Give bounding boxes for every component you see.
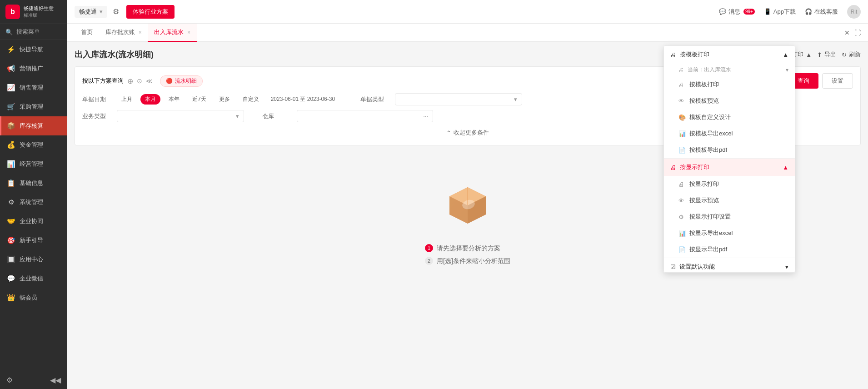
date-more-btn[interactable]: 更多 — [215, 94, 234, 105]
sidebar-item-guide[interactable]: 🎯 新手引导 — [0, 231, 67, 250]
template-preview-item[interactable]: 👁 按模板预览 — [664, 93, 795, 109]
sidebar-item-quick-nav[interactable]: ⚡ 快捷导航 — [0, 40, 67, 59]
sidebar-item-app-center[interactable]: 🔲 应用中心 — [0, 250, 67, 269]
collapse-conditions-btn[interactable]: ⌃ 收起更多条件 — [446, 127, 489, 139]
messages-label: 消息 — [728, 8, 740, 16]
filter-setting-btn[interactable]: ⊙ — [137, 77, 142, 85]
inventory-icon: 📦 — [7, 122, 15, 130]
business-type-select[interactable]: ▾ — [117, 110, 244, 122]
try-industry-btn[interactable]: 体验行业方案 — [126, 5, 175, 19]
tab-inout-flow[interactable]: 出入库流水 × — [148, 24, 196, 42]
sidebar-item-operations[interactable]: 📊 经营管理 — [0, 155, 67, 174]
tab-home[interactable]: 首页 — [75, 24, 99, 42]
system-icon: ⚙ — [7, 198, 15, 206]
sidebar-item-wechat[interactable]: 💬 企业微信 — [0, 269, 67, 288]
messages-badge: 99+ — [743, 9, 755, 15]
date-custom-btn[interactable]: 自定义 — [238, 94, 264, 105]
setup-btn[interactable]: 设置 — [822, 73, 853, 89]
template-print-header[interactable]: 🖨 按模板打印 ▲ — [664, 46, 795, 63]
sidebar-item-finance[interactable]: 💰 资金管理 — [0, 135, 67, 155]
filter-add-btn[interactable]: ⊕ — [127, 77, 133, 85]
sidebar-item-label: 快捷导航 — [20, 45, 43, 54]
online-service-action[interactable]: 🎧 在线客服 — [805, 8, 838, 16]
sidebar-nav: ⚡ 快捷导航 📢 营销推广 📈 销售管理 🛒 采购管理 📦 库存核算 💰 资金管… — [0, 40, 67, 371]
app-center-icon: 🔲 — [7, 255, 15, 264]
sidebar-item-sales[interactable]: 📈 销售管理 — [0, 78, 67, 97]
template-print-item[interactable]: 🖨 按模板打印 — [664, 76, 795, 93]
filter-tag-icon: 🔴 — [166, 78, 173, 84]
type-select-arrow: ▾ — [514, 96, 517, 103]
sidebar-logo: b 畅捷通好生意 标准版 — [0, 0, 67, 24]
sidebar-item-cooperation[interactable]: 🤝 企业协同 — [0, 212, 67, 231]
sidebar-item-system[interactable]: ⚙ 系统管理 — [0, 193, 67, 212]
display-print-settings-label: 按显示打印设置 — [689, 213, 731, 221]
messages-action[interactable]: 💬 消息 99+ — [719, 8, 755, 16]
display-print-settings-item[interactable]: ⚙ 按显示打印设置 — [664, 209, 795, 225]
date-filter-label: 单据日期 — [82, 95, 110, 104]
sales-icon: 📈 — [7, 84, 15, 92]
date-current-year-btn[interactable]: 本年 — [164, 94, 184, 105]
display-settings-icon: ⚙ — [678, 214, 686, 220]
export-icon: ⬆ — [817, 51, 822, 58]
avatar: Rit — [847, 5, 861, 19]
wechat-icon: 💬 — [7, 274, 15, 283]
message-icon: 💬 — [719, 8, 726, 15]
date-current-month-btn[interactable]: 本月 — [140, 94, 160, 105]
display-section-arrow: ▲ — [783, 164, 788, 171]
sidebar-item-marketing[interactable]: 📢 营销推广 — [0, 59, 67, 78]
type-select[interactable]: ▾ — [395, 93, 522, 105]
collapse-sidebar-icon[interactable]: ◀◀ — [50, 376, 61, 384]
tab-inout-flow-close[interactable]: × — [187, 30, 190, 35]
set-default-header[interactable]: ☑ 设置默认功能 ▾ — [664, 258, 795, 273]
type-filter-label: 单据类型 — [360, 95, 388, 104]
sidebar-item-label: 经营管理 — [20, 160, 43, 168]
settings-footer-icon[interactable]: ⚙ — [6, 376, 13, 384]
filter-tag-area: 🔴 流水明细 — [160, 75, 203, 87]
template-export-excel-item[interactable]: 📊 按模板导出excel — [664, 125, 795, 142]
sidebar-item-basic-info[interactable]: 📋 基础信息 — [0, 174, 67, 193]
finance-icon: 💰 — [7, 141, 15, 149]
sidebar-item-label: 新手引导 — [20, 236, 43, 244]
date-last-7days-btn[interactable]: 近7天 — [188, 94, 211, 105]
display-print-item[interactable]: 🖨 按显示打印 — [664, 176, 795, 192]
close-all-tabs-btn[interactable]: ✕ — [844, 29, 850, 36]
filter-scheme-label: 按以下方案查询 — [82, 77, 124, 85]
date-last-month-btn[interactable]: 上月 — [117, 94, 137, 105]
display-print-header[interactable]: 🖨 按显示打印 ▲ — [664, 159, 795, 176]
topbar-left: 畅捷通 ▾ ⚙ 体验行业方案 — [75, 5, 719, 19]
refresh-btn[interactable]: ↻ 刷新 — [842, 50, 861, 59]
sidebar-item-label: 营销推广 — [20, 65, 43, 73]
display-pdf-icon: 📄 — [678, 246, 686, 253]
sidebar-footer: ⚙ ◀◀ — [0, 371, 67, 389]
sidebar-item-inventory[interactable]: 📦 库存核算 — [0, 116, 67, 135]
company-selector[interactable]: 畅捷通 ▾ — [75, 6, 107, 18]
display-print-label: 按显示打印 — [689, 180, 719, 188]
warehouse-more-icon: ··· — [423, 113, 428, 120]
user-avatar-area[interactable]: Rit — [847, 5, 861, 19]
template-export-pdf-item[interactable]: 📄 按模板导出pdf — [664, 142, 795, 158]
filter-collapse-btn[interactable]: ≪ — [146, 77, 153, 85]
page-title: 出入库流水(流水明细) — [75, 49, 154, 60]
expand-tabs-btn[interactable]: ⛶ — [854, 29, 861, 36]
display-export-pdf-item[interactable]: 📄 按显示导出pdf — [664, 241, 795, 258]
tab-batch-account[interactable]: 库存批次账 × — [99, 24, 148, 42]
empty-illustration — [440, 178, 495, 233]
date-filters: 上月 本月 本年 近7天 更多 自定义 2023-06-01 至 2023-06… — [117, 94, 335, 105]
warehouse-select[interactable]: ··· — [297, 110, 433, 122]
export-btn[interactable]: ⬆ 导出 — [817, 50, 836, 59]
display-preview-item[interactable]: 👁 按显示预览 — [664, 192, 795, 209]
current-arrow: ▾ — [786, 67, 788, 73]
empty-step-1: 1 请先选择要分析的方案 — [425, 242, 510, 254]
guide-icon: 🎯 — [7, 236, 15, 244]
topbar-settings-icon[interactable]: ⚙ — [113, 7, 119, 16]
tab-batch-account-close[interactable]: × — [139, 30, 141, 35]
display-export-excel-item[interactable]: 📊 按显示导出excel — [664, 225, 795, 241]
template-customize-item[interactable]: 🎨 模板自定义设计 — [664, 109, 795, 125]
active-filter-tag[interactable]: 🔴 流水明细 — [160, 75, 203, 87]
sidebar: b 畅捷通好生意 标准版 🔍 搜索菜单 ⚡ 快捷导航 📢 营销推广 📈 销售管理… — [0, 0, 67, 389]
sidebar-search[interactable]: 🔍 搜索菜单 — [0, 24, 67, 40]
topbar: 畅捷通 ▾ ⚙ 体验行业方案 💬 消息 99+ 📱 App下载 🎧 在线客服 — [67, 0, 868, 24]
sidebar-item-member[interactable]: 👑 畅会员 — [0, 288, 67, 307]
app-download-action[interactable]: 📱 App下载 — [764, 8, 796, 16]
sidebar-item-purchase[interactable]: 🛒 采购管理 — [0, 97, 67, 116]
